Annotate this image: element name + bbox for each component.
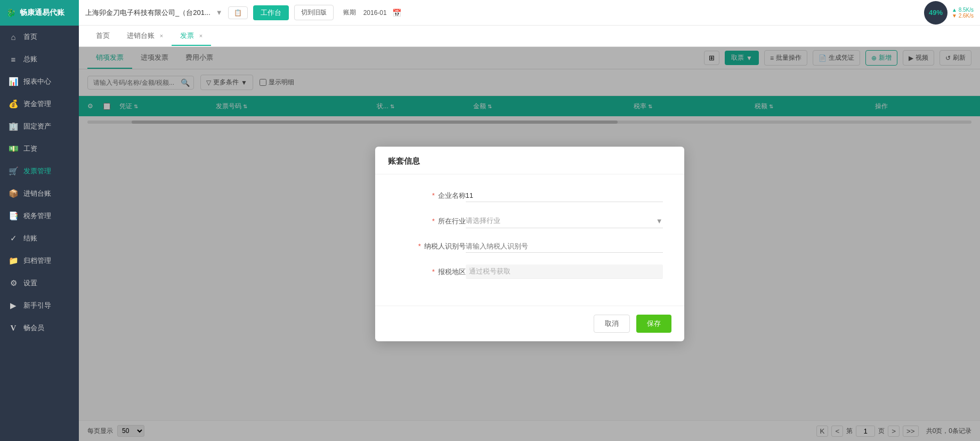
salary-icon: 💵 [9, 144, 18, 154]
period-value: 2016-01 [363, 9, 387, 17]
sidebar-item-archive[interactable]: 📁 归档管理 [0, 250, 79, 272]
sidebar-logo: 🐉 畅康通易代账 [0, 0, 79, 26]
required-star-taxid: * [418, 242, 421, 250]
sidebar-label-ledger: 总账 [23, 54, 37, 64]
speed-circle: 49% [924, 1, 947, 25]
guide-icon: ▶ [9, 301, 18, 310]
sidebar-item-member[interactable]: V 畅会员 [0, 317, 79, 339]
cancel-button[interactable]: 取消 [594, 315, 630, 333]
sidebar-item-ledger[interactable]: ≡ 总账 [0, 48, 79, 70]
logo-icon: 🐉 [6, 9, 15, 17]
sidebar-item-assets[interactable]: 🏢 固定资产 [0, 115, 79, 138]
industry-label: * 所在行业 [396, 217, 466, 226]
industry-select[interactable]: 请选择行业 ▼ [466, 214, 663, 228]
company-name-label: * 企业名称 [396, 191, 466, 201]
sidebar-item-tax[interactable]: 📑 税务管理 [0, 205, 79, 227]
form-row-tax-id: * 纳税人识别号 [396, 240, 663, 253]
tab-purchase-close[interactable]: × [160, 33, 163, 39]
sidebar-label-settle: 结账 [23, 234, 37, 243]
dialog-overlay: 账套信息 * 企业名称 [79, 47, 980, 441]
company-name-input[interactable] [466, 189, 663, 202]
speed-percent: 49% [929, 9, 943, 17]
speed-download: ▼ 2.6K/s [952, 13, 974, 19]
invoice-icon: 🛒 [9, 166, 18, 176]
sidebar-label-tax: 税务管理 [23, 211, 51, 221]
speed-group: 49% ▲ 8.5K/s ▼ 2.6K/s [924, 1, 974, 25]
tax-region-display: 通过税号获取 [466, 264, 663, 279]
dialog-header: 账套信息 [375, 147, 684, 174]
industry-placeholder: 请选择行业 [466, 216, 500, 226]
dropdown-icon[interactable]: ▼ [216, 9, 223, 17]
sidebar-item-reports[interactable]: 📊 报表中心 [0, 70, 79, 93]
dialog-footer: 取消 保存 [375, 306, 684, 341]
sidebar-item-guide[interactable]: ▶ 新手引导 [0, 294, 79, 317]
assets-icon: 🏢 [9, 122, 18, 131]
dialog-title: 账套信息 [388, 156, 420, 165]
sidebar-label-archive: 归档管理 [23, 256, 51, 266]
settle-icon: ✓ [9, 234, 18, 243]
sidebar-item-home[interactable]: ⌂ 首页 [0, 26, 79, 48]
sidebar-item-settle[interactable]: ✓ 结账 [0, 227, 79, 250]
tax-icon: 📑 [9, 211, 18, 221]
topbar: 上海卯金刀电子科技有限公司_（台201... ▼ 📋 工作台 切到旧版 账期 2… [79, 0, 980, 26]
company-name: 上海卯金刀电子科技有限公司_（台201... [85, 8, 210, 18]
tax-region-label: * 报税地区 [396, 267, 466, 277]
speed-upload: ▲ 8.5K/s [952, 7, 974, 13]
workbench-button[interactable]: 工作台 [253, 5, 289, 20]
content-area: 销项发票 进项发票 费用小票 ⊞ 取票 ▼ ≡ 批量操作 [79, 47, 980, 441]
sidebar-item-finance[interactable]: 💰 资金管理 [0, 93, 79, 115]
form-row-tax-region: * 报税地区 通过税号获取 [396, 264, 663, 279]
ledger-icon: ≡ [9, 55, 18, 64]
topbar-right: 49% ▲ 8.5K/s ▼ 2.6K/s [924, 1, 974, 25]
sidebar-item-settings[interactable]: ⚙ 设置 [0, 272, 79, 294]
speed-values: ▲ 8.5K/s ▼ 2.6K/s [952, 7, 974, 19]
archive-icon: 📁 [9, 256, 18, 266]
form-row-company: * 企业名称 [396, 189, 663, 202]
tax-id-input[interactable] [466, 240, 663, 253]
sidebar-item-purchase[interactable]: 📦 进销台账 [0, 182, 79, 205]
dialog-body: * 企业名称 * 所在行业 请选择行业 [375, 174, 684, 306]
sidebar-label-home: 首页 [23, 32, 37, 42]
tax-id-label: * 纳税人识别号 [396, 242, 466, 251]
sidebar-label-member: 畅会员 [23, 323, 44, 333]
sidebar-label-assets: 固定资产 [23, 122, 51, 131]
member-icon: V [9, 324, 18, 333]
home-icon: ⌂ [9, 33, 18, 42]
industry-dropdown-icon: ▼ [656, 217, 663, 225]
settings-icon: ⚙ [9, 278, 18, 288]
required-star-region: * [432, 268, 435, 276]
reports-icon: 📊 [9, 77, 18, 86]
sidebar: 🐉 畅康通易代账 ⌂ 首页 ≡ 总账 📊 报表中心 💰 资金管理 🏢 固定资产 … [0, 0, 79, 441]
required-star-industry: * [432, 217, 435, 225]
tab-home[interactable]: 首页 [87, 27, 118, 46]
sidebar-label-salary: 工资 [23, 144, 37, 154]
save-button[interactable]: 保存 [636, 315, 671, 333]
sidebar-label-finance: 资金管理 [23, 99, 51, 109]
purchase-icon: 📦 [9, 189, 18, 198]
main-area: 上海卯金刀电子科技有限公司_（台201... ▼ 📋 工作台 切到旧版 账期 2… [79, 0, 980, 441]
logo-text: 畅康通易代账 [20, 8, 64, 18]
period-label: 账期 [343, 8, 356, 17]
form-row-industry: * 所在行业 请选择行业 ▼ [396, 214, 663, 228]
sidebar-label-settings: 设置 [23, 278, 37, 288]
sidebar-item-invoice[interactable]: 🛒 发票管理 [0, 160, 79, 182]
sidebar-item-salary[interactable]: 💵 工资 [0, 138, 79, 160]
sidebar-label-purchase: 进销台账 [23, 189, 51, 198]
account-info-dialog: 账套信息 * 企业名称 [375, 147, 684, 341]
copy-button[interactable]: 📋 [228, 6, 248, 19]
finance-icon: 💰 [9, 99, 18, 109]
tab-purchase[interactable]: 进销台账 × [118, 27, 172, 46]
required-star-company: * [432, 191, 435, 199]
tab-invoice-close[interactable]: × [199, 33, 203, 39]
sidebar-label-reports: 报表中心 [23, 77, 51, 86]
calendar-icon[interactable]: 📅 [392, 9, 401, 17]
sidebar-label-guide: 新手引导 [23, 301, 51, 310]
old-version-button[interactable]: 切到旧版 [294, 5, 334, 20]
tabs-bar: 首页 进销台账 × 发票 × [79, 26, 980, 47]
tab-invoice[interactable]: 发票 × [172, 27, 211, 46]
sidebar-label-invoice: 发票管理 [23, 166, 51, 176]
